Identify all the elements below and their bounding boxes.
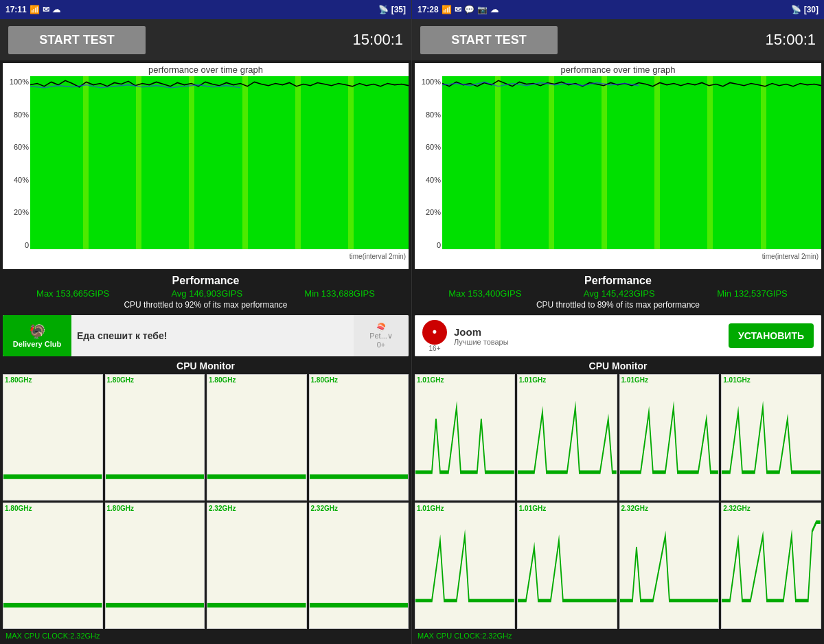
left-perf-min: Min 133,688GIPS [304,288,375,299]
left-cpu-monitor: CPU Monitor 1.80GHz 1.80GHz [0,359,411,644]
right-graph-area: time(interval 2min) [442,76,821,262]
right-battery: [30] [804,5,819,14]
left-status-right: 📡 [35] [378,5,406,14]
left-time-label: time(interval 2min) [350,253,406,260]
left-perf-stats: Max 153,665GIPS Avg 146,903GIPS Min 133,… [5,288,406,299]
right-toolbar: START TEST 15:00:1 [412,19,824,60]
right-mail-icon: ✉ [455,5,461,14]
right-core0-graph [415,384,514,500]
right-cpu-grid: 1.01GHz 1.01GHz 1.01GHz [415,374,821,629]
right-max-cpu-label: MAX CPU CLOCK:2.32GHz [415,630,821,641]
right-cpu-monitor-title: CPU Monitor [415,360,821,371]
right-graph-section: performance over time graph 100% 80% 60%… [415,63,821,269]
right-joom-install-button[interactable]: УСТАНОВИТЬ [729,323,814,348]
left-panel: 17:11 📶 ✉ ☁ 📡 [35] START TEST 15:00:1 pe… [0,0,412,644]
right-core5-graph [518,513,617,628]
left-start-test-button[interactable]: START TEST [8,26,146,54]
right-cpu-core-0: 1.01GHz [415,374,515,501]
right-performance-section: Performance Max 153,400GIPS Avg 145,423G… [412,272,824,312]
left-status-bar: 17:11 📶 ✉ ☁ 📡 [35] [0,0,411,19]
left-ad-ostrich-icon: 🦃 [29,323,46,340]
left-cpu-core-4: 1.80GHz [3,503,103,629]
right-cloud-icon: ☁ [490,5,499,14]
right-cpu-core-6: 2.32GHz [619,503,720,629]
left-cpu-grid: 1.80GHz 1.80GHz 1.80GHz [3,374,409,629]
left-core2-graph [207,384,306,500]
left-graph-title: performance over time graph [3,63,409,76]
right-graph-line [442,76,821,249]
left-cpu-core-6: 2.32GHz [207,503,307,629]
left-cpu-core-5: 1.80GHz [105,503,205,629]
right-core2-graph [620,384,719,500]
right-msg-icon: 💬 [464,5,474,14]
left-graph-section: performance over time graph 100% 80% 60%… [3,63,409,269]
right-camera-icon: 📷 [477,5,488,14]
left-cpu-core-2: 1.80GHz [207,374,307,501]
left-cpu-core-0: 1.80GHz [3,374,103,501]
right-perf-min: Min 132,537GIPS [717,288,788,299]
left-cpu-core-3: 1.80GHz [309,374,409,501]
left-graph-container: 100% 80% 60% 40% 20% 0 [3,76,409,262]
left-timer: 15:00:1 [353,31,403,49]
right-graph-container: 100% 80% 60% 40% 20% 0 [415,76,821,262]
right-start-test-button[interactable]: START TEST [420,26,558,54]
right-perf-avg: Avg 145,423GIPS [584,288,655,299]
left-perf-max: Max 153,665GIPS [36,288,109,299]
right-wifi-icon: 📡 [791,5,801,14]
right-cpu-core-4: 1.01GHz [415,503,515,629]
right-cpu-core-3: 1.01GHz [721,374,821,501]
right-ad-joom[interactable]: • 16+ Joom Лучшие товары УСТАНОВИТЬ [415,315,821,356]
right-core7-graph [722,513,821,628]
left-battery: [35] [391,5,406,14]
right-joom-name: Joom [454,326,722,338]
right-joom-age: 16+ [429,345,441,352]
right-core1-graph [518,384,617,500]
right-core4-graph [415,513,514,628]
right-cpu-core-2: 1.01GHz [619,374,720,501]
left-y-axis: 100% 80% 60% 40% 20% 0 [3,76,30,262]
left-ad-banner[interactable]: 🦃 Delivery Club Еда спешит к тебе! 🍣 Pet… [3,315,409,356]
right-cpu-core-1: 1.01GHz [517,374,617,501]
left-cpu-monitor-title: CPU Monitor [3,360,409,371]
right-status-bar: 17:28 📶 ✉ 💬 📷 ☁ 📡 [30] [412,0,824,19]
left-ad-rating: 0+ [377,341,386,349]
right-graph-title: performance over time graph [415,63,821,76]
left-performance-section: Performance Max 153,665GIPS Avg 146,903G… [0,272,411,312]
right-perf-title: Performance [417,275,819,287]
right-perf-stats: Max 153,400GIPS Avg 145,423GIPS Min 132,… [417,288,819,299]
right-joom-sub: Лучшие товары [454,338,722,346]
right-cpu-core-5: 1.01GHz [517,503,617,629]
right-status-right: 📡 [30] [791,5,819,14]
left-cloud-icon: ☁ [52,5,60,14]
right-status-left: 17:28 📶 ✉ 💬 📷 ☁ [417,5,499,14]
left-core4-graph [3,513,102,628]
left-signal-icon: 📶 [30,5,40,14]
right-y-axis: 100% 80% 60% 40% 20% 0 [415,76,442,262]
left-perf-avg: Avg 146,903GIPS [171,288,242,299]
left-core1-graph [106,384,205,500]
left-status-left: 17:11 📶 ✉ ☁ [5,5,60,14]
left-max-cpu-label: MAX CPU CLOCK:2.32GHz [3,630,409,641]
left-core3-graph [310,384,409,500]
left-ad-text: Еда спешит к тебе! [71,325,354,347]
left-core0-graph [3,384,102,500]
left-time: 17:11 [5,5,27,14]
right-joom-logo: • [422,320,447,345]
left-mail-icon: ✉ [43,5,49,14]
left-cpu-core-7: 2.32GHz [309,503,409,629]
left-core6-graph [207,513,306,628]
right-ad-banner[interactable]: • 16+ Joom Лучшие товары УСТАНОВИТЬ [415,315,821,356]
left-core5-graph [106,513,205,628]
left-perf-throttle: CPU throttled to 92% of its max performa… [5,300,406,310]
right-perf-throttle: CPU throttled to 89% of its max performa… [417,300,819,310]
left-core7-graph [310,513,409,628]
left-ad-right: 🍣 Pet...∨ 0+ [354,315,409,356]
left-graph-line [30,76,409,249]
left-toolbar: START TEST 15:00:1 [0,19,411,60]
left-ad-delivery: 🦃 Delivery Club [3,315,71,356]
left-cpu-core-1: 1.80GHz [105,374,205,501]
right-panel: 17:28 📶 ✉ 💬 📷 ☁ 📡 [30] START TEST 15:00:… [412,0,824,644]
right-timer: 15:00:1 [766,31,816,49]
right-cpu-core-7: 2.32GHz [721,503,821,629]
left-wifi-icon: 📡 [378,5,389,14]
